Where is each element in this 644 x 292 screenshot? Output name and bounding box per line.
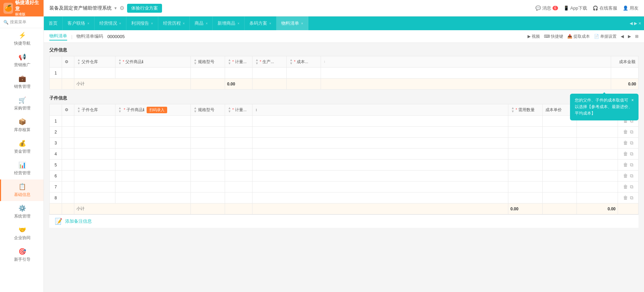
child-row-6-unitprice[interactable]: [543, 171, 577, 182]
child-row-1-spec[interactable]: [191, 116, 225, 127]
tab-profit[interactable]: 利润报告 ×: [126, 16, 158, 30]
tab-goods[interactable]: 商品 ×: [190, 16, 213, 30]
dropdown-icon[interactable]: ▾: [114, 5, 117, 11]
child-row-8-unit[interactable]: [225, 192, 252, 203]
sidebar-item-operations[interactable]: 📊 经营管理: [0, 158, 44, 179]
sidebar-item-enterprise[interactable]: 🤝 企业协同: [0, 223, 44, 244]
child-row-8-unitprice[interactable]: [543, 192, 577, 203]
tab-add-goods[interactable]: 新增商品 ×: [213, 16, 245, 30]
tab-history-close[interactable]: ×: [183, 22, 185, 25]
th-settings[interactable]: ⚙: [62, 56, 74, 68]
child-row-8-product[interactable]: [115, 192, 191, 203]
tab-customer-close[interactable]: ×: [87, 22, 89, 25]
sidebar-item-finance[interactable]: 💰 资金管理: [0, 136, 44, 158]
child-row-4-delete-icon[interactable]: 🗑: [623, 151, 628, 157]
child-row-1-warehouse[interactable]: [74, 116, 115, 127]
sidebar-item-purchase[interactable]: 🛒 采购管理: [0, 93, 44, 115]
child-row-2-product[interactable]: [115, 127, 191, 138]
parent-row-spec[interactable]: [191, 68, 225, 79]
child-row-4-unitprice[interactable]: [543, 149, 577, 160]
child-row-5-qty[interactable]: [508, 160, 543, 171]
sidebar-item-inventory[interactable]: 📦 库存核算: [0, 115, 44, 136]
child-row-4-spec[interactable]: [191, 149, 225, 160]
parent-row-unit[interactable]: [225, 68, 252, 79]
child-row-2-delete-icon[interactable]: 🗑: [623, 129, 628, 135]
tab-customer[interactable]: 客户联络 ×: [63, 16, 95, 30]
child-row-1-qty[interactable]: [508, 116, 543, 127]
child-row-3-delete-icon[interactable]: 🗑: [623, 140, 628, 146]
online-service-item[interactable]: 🎧 在线客服: [593, 5, 617, 11]
user-item[interactable]: 👤 用友: [623, 5, 639, 11]
child-row-8-delete-icon[interactable]: 🗑: [623, 195, 628, 201]
child-row-3-copy-icon[interactable]: ⧉: [630, 140, 633, 146]
child-row-5-unit[interactable]: [225, 160, 252, 171]
child-row-5-unitprice[interactable]: [543, 160, 577, 171]
shortcut-btn[interactable]: ⌨ 快捷键: [544, 34, 563, 39]
child-row-6-copy-icon[interactable]: ⧉: [630, 173, 633, 179]
scan-btn[interactable]: 扫码录入: [147, 107, 167, 113]
child-row-3-unitprice[interactable]: [543, 138, 577, 149]
child-row-1-product[interactable]: [115, 116, 191, 127]
child-row-4-qty[interactable]: [508, 149, 543, 160]
parent-row-production[interactable]: [252, 68, 287, 79]
app-download-item[interactable]: 📱 App下载: [564, 5, 587, 11]
child-row-7-unit[interactable]: [225, 182, 252, 192]
tab-bom-close[interactable]: ×: [301, 22, 303, 25]
child-row-6-delete-icon[interactable]: 🗑: [623, 173, 628, 179]
tab-barcode-close[interactable]: ×: [269, 22, 271, 25]
child-row-7-copy-icon[interactable]: ⧉: [630, 184, 633, 190]
child-row-2-unit[interactable]: [225, 127, 252, 138]
child-row-3-product[interactable]: [115, 138, 191, 149]
tab-operation-close[interactable]: ×: [119, 22, 121, 25]
tooltip-close-btn[interactable]: ×: [631, 97, 634, 104]
child-row-3-warehouse[interactable]: [74, 138, 115, 149]
child-row-6-qty[interactable]: [508, 171, 543, 182]
child-row-4-warehouse[interactable]: [74, 149, 115, 160]
child-row-6-product[interactable]: [115, 171, 191, 182]
child-row-2-unitprice[interactable]: [543, 127, 577, 138]
sidebar-item-system[interactable]: ⚙️ 系统管理: [0, 201, 44, 223]
child-row-3-qty[interactable]: [508, 138, 543, 149]
child-row-4-product[interactable]: [115, 149, 191, 160]
child-row-4-copy-icon[interactable]: ⧉: [630, 151, 633, 157]
nav-arrow-right[interactable]: ▶: [634, 21, 637, 26]
child-row-5-product[interactable]: [115, 160, 191, 171]
tab-history[interactable]: 经营历程 ×: [158, 16, 190, 30]
tab-profit-close[interactable]: ×: [151, 22, 153, 25]
child-row-5-spec[interactable]: [191, 160, 225, 171]
nav-arrow-left[interactable]: ◀: [630, 21, 633, 26]
grid-view-btn[interactable]: ⊞: [635, 34, 639, 39]
child-row-2-qty[interactable]: [508, 127, 543, 138]
child-row-8-warehouse[interactable]: [74, 192, 115, 203]
child-row-2-warehouse[interactable]: [74, 127, 115, 138]
nav-next-btn[interactable]: ▶: [628, 34, 631, 39]
extract-cost-btn[interactable]: 📥 提取成本: [567, 34, 590, 39]
child-row-5-warehouse[interactable]: [74, 160, 115, 171]
sidebar-item-basic-info[interactable]: 📋 基础信息: [0, 179, 44, 201]
child-row-7-delete-icon[interactable]: 🗑: [623, 184, 628, 190]
child-row-6-unit[interactable]: [225, 171, 252, 182]
tab-operation[interactable]: 经营情况 ×: [95, 16, 126, 30]
tab-goods-close[interactable]: ×: [206, 22, 208, 25]
child-row-2-spec[interactable]: [191, 127, 225, 138]
nav-close-all[interactable]: ×: [639, 21, 641, 26]
settings-icon[interactable]: ⚙: [120, 5, 124, 11]
bottom-bar-text[interactable]: 添加备注信息: [65, 218, 92, 224]
message-item[interactable]: 💬 消息 6: [535, 5, 558, 11]
child-row-7-qty[interactable]: [508, 182, 543, 192]
sidebar-item-sales[interactable]: 💼 销售管理: [0, 71, 44, 93]
child-row-8-copy-icon[interactable]: ⧉: [630, 195, 633, 201]
tab-barcode[interactable]: 条码方案 ×: [245, 16, 276, 30]
child-row-1-unit[interactable]: [225, 116, 252, 127]
child-row-5-delete-icon[interactable]: 🗑: [623, 162, 628, 168]
parent-row-product[interactable]: [115, 68, 191, 79]
child-row-7-warehouse[interactable]: [74, 182, 115, 192]
child-row-5-copy-icon[interactable]: ⧉: [630, 162, 633, 168]
sidebar-item-marketing[interactable]: 📢 营销推广: [0, 50, 44, 71]
video-btn[interactable]: ▶ 视频: [528, 34, 540, 39]
child-row-4-unit[interactable]: [225, 149, 252, 160]
nav-prev-btn[interactable]: ◀: [621, 34, 624, 39]
child-row-8-qty[interactable]: [508, 192, 543, 203]
doc-settings-btn[interactable]: 📄 单据设置: [594, 34, 617, 39]
trial-btn[interactable]: 体验行业方案: [127, 4, 162, 13]
